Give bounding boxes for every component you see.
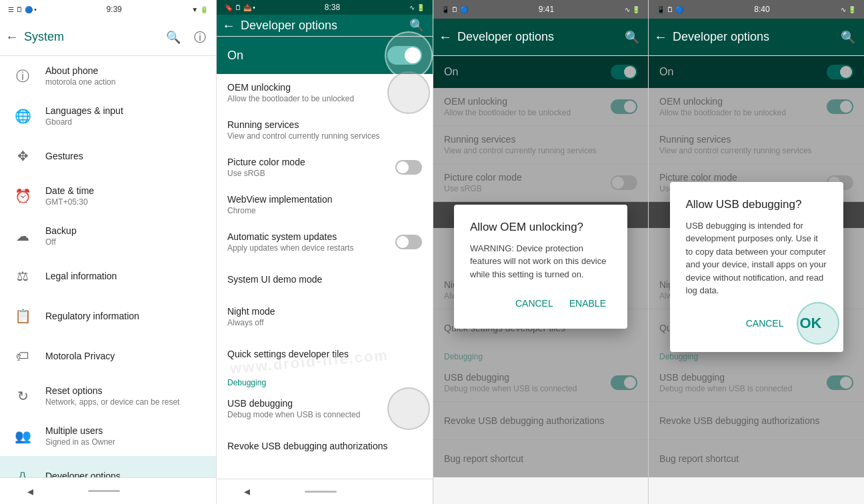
topbar-title-panel2: Developer options (241, 19, 406, 33)
settings-item-backup[interactable]: ☁ Backup Off (0, 216, 216, 256)
toggle-autoupdate-p2[interactable] (395, 235, 422, 249)
status-bar-panel3: 📱 🗒 🔵 9:41 ∿ 🔋 (433, 0, 648, 19)
status-bar-panel1: ☰ 🗒 🔵 • 9:39 ▼ 🔋 (0, 0, 216, 19)
status-time-panel3: 9:41 (539, 5, 554, 14)
dev-item-oem[interactable]: OEM unlocking Allow the bootloader to be… (217, 74, 433, 111)
wifi-battery-p3: ∿ 🔋 (625, 6, 640, 13)
nav-back-panel1[interactable]: ◂ (27, 484, 33, 499)
oem-dialog-body: WARNING: Device protection features will… (470, 242, 611, 281)
picture-subtitle-p2: Use sRGB (227, 169, 395, 178)
backup-subtitle: Off (45, 237, 205, 247)
toggle-picture-slider-p2 (395, 160, 422, 175)
dev-item-nightmode[interactable]: Night mode Always off (217, 298, 433, 335)
back-arrow-panel3[interactable]: ← (439, 29, 452, 45)
back-arrow-panel2[interactable]: ← (222, 18, 235, 33)
backup-title: Backup (45, 225, 205, 236)
settings-list: ⓘ About phone motorola one action 🌐 Lang… (0, 56, 216, 477)
webview-title-p2: WebView implementation (227, 194, 422, 205)
dev-item-bugreport[interactable]: Bug report shortcut (217, 465, 433, 479)
revoke-title-p2: Revoke USB debugging authorizations (227, 441, 422, 451)
gestures-icon: ✥ (11, 144, 35, 168)
privacy-icon: 🏷 (11, 344, 35, 368)
languages-title: Languages & input (45, 105, 205, 116)
status-icons-left-p3: 📱 🗒 🔵 (441, 6, 468, 13)
dev-item-webview[interactable]: WebView implementation Chrome (217, 186, 433, 223)
developer-icon: {} (11, 464, 35, 477)
topbar-icons-panel1: 🔍 ⓘ (163, 27, 211, 48)
dev-item-picture[interactable]: Picture color mode Use sRGB (217, 149, 433, 186)
systemui-title-p2: System UI demo mode (227, 274, 422, 285)
settings-item-about[interactable]: ⓘ About phone motorola one action (0, 56, 216, 96)
gestures-title: Gestures (45, 151, 205, 161)
wifi-battery-panel1: ▼ 🔋 (191, 6, 208, 13)
autoupdate-subtitle-p2: Apply updates when device restarts (227, 243, 395, 253)
oem-cancel-btn[interactable]: Cancel (510, 294, 559, 313)
nav-indicator-panel1 (88, 490, 120, 492)
settings-item-legal[interactable]: ⚖ Legal information (0, 256, 216, 296)
topbar-panel3: ← Developer options 🔍 (433, 19, 648, 56)
nightmode-subtitle-p2: Always off (227, 318, 422, 327)
circle-usb-highlight (387, 387, 430, 430)
settings-item-regulatory[interactable]: 📋 Regulatory information (0, 296, 216, 336)
usb-ok-btn[interactable]: OK (795, 311, 827, 336)
search-icon-panel4[interactable]: 🔍 (837, 27, 859, 48)
dev-item-autoupdate[interactable]: Automatic system updates Apply updates w… (217, 223, 433, 261)
reset-icon: ↻ (11, 384, 35, 408)
toggle-autoupdate-slider-p2 (395, 235, 422, 249)
toggle-picture-p2[interactable] (395, 160, 422, 175)
settings-item-developer[interactable]: {} Developer options (0, 456, 216, 477)
dev-on-row[interactable]: On (217, 37, 433, 74)
status-bar-panel2: 🔖 🗒 📥 • 8:38 ∿ 🔋 (217, 0, 433, 15)
picture-title-p2: Picture color mode (227, 157, 395, 167)
status-icons-left-p4: 📱 🗒 🔵 (657, 6, 683, 13)
webview-subtitle-p2: Chrome (227, 206, 422, 215)
dev-item-revoke[interactable]: Revoke USB debugging authorizations (217, 427, 433, 465)
oem-dialog-actions: Cancel Enable (470, 294, 611, 313)
dev-item-quicksettings[interactable]: Quick settings developer tiles (217, 335, 433, 373)
settings-item-users[interactable]: 👥 Multiple users Signed in as Owner (0, 416, 216, 456)
settings-item-datetime[interactable]: ⏰ Date & time GMT+05:30 (0, 176, 216, 216)
settings-item-languages[interactable]: 🌐 Languages & input Gboard (0, 96, 216, 136)
topbar-title-panel3: Developer options (457, 30, 621, 44)
settings-item-privacy[interactable]: 🏷 Motorola Privacy (0, 336, 216, 376)
nav-back-panel2[interactable]: ◂ (244, 484, 250, 499)
developer-title: Developer options (45, 471, 205, 477)
settings-item-reset[interactable]: ↻ Reset options Network, apps, or device… (0, 376, 216, 416)
languages-subtitle: Gboard (45, 117, 205, 127)
quicksettings-title-p2: Quick settings developer tiles (227, 349, 422, 359)
back-arrow-panel4[interactable]: ← (654, 29, 667, 45)
usb-dialog-title: Allow USB debugging? (686, 198, 827, 211)
regulatory-title: Regulatory information (45, 311, 205, 321)
status-icons-left: ☰ 🗒 🔵 • (8, 6, 37, 13)
settings-item-gestures[interactable]: ✥ Gestures (0, 136, 216, 176)
legal-icon: ⚖ (11, 264, 35, 288)
dev-item-running[interactable]: Running services View and control curren… (217, 111, 433, 149)
dev-item-usb[interactable]: USB debugging Debug mode when USB is con… (217, 390, 433, 427)
usb-cancel-btn[interactable]: Cancel (741, 311, 789, 336)
regulatory-icon: 📋 (11, 304, 35, 328)
status-icons-left-p2: 🔖 🗒 📥 • (225, 4, 255, 11)
wifi-battery-p2: ∿ 🔋 (409, 4, 425, 11)
autoupdate-title-p2: Automatic system updates (227, 231, 395, 242)
users-title: Multiple users (45, 425, 205, 436)
usb-dialog: Allow USB debugging? USB debugging is in… (670, 182, 843, 352)
panel-usb-dialog: 📱 🗒 🔵 8:40 ∿ 🔋 ← Developer options 🔍 On … (649, 0, 864, 504)
navbar-panel2: ◂ (217, 479, 433, 504)
datetime-title: Date & time (45, 185, 205, 196)
nav-indicator-panel2 (305, 491, 337, 493)
back-arrow-panel1[interactable]: ← (5, 29, 19, 45)
topbar-panel1: ← System 🔍 ⓘ (0, 19, 216, 56)
topbar-icons-panel3: 🔍 (621, 27, 643, 48)
dev-item-systemui[interactable]: System UI demo mode (217, 261, 433, 298)
panel-oem-dialog: 📱 🗒 🔵 9:41 ∿ 🔋 ← Developer options 🔍 On … (433, 0, 649, 504)
help-icon-panel1[interactable]: ⓘ (189, 27, 211, 48)
privacy-title: Motorola Privacy (45, 351, 205, 361)
languages-icon: 🌐 (11, 104, 35, 128)
wifi-battery-p4: ∿ 🔋 (841, 6, 856, 13)
search-icon-panel3[interactable]: 🔍 (621, 27, 643, 48)
panel-system: ☰ 🗒 🔵 • 9:39 ▼ 🔋 ← System 🔍 ⓘ ⓘ About ph… (0, 0, 217, 504)
search-icon-panel1[interactable]: 🔍 (163, 27, 184, 48)
circle-ok-highlight (797, 302, 839, 345)
users-icon: 👥 (11, 424, 35, 448)
oem-enable-btn[interactable]: Enable (564, 294, 611, 313)
